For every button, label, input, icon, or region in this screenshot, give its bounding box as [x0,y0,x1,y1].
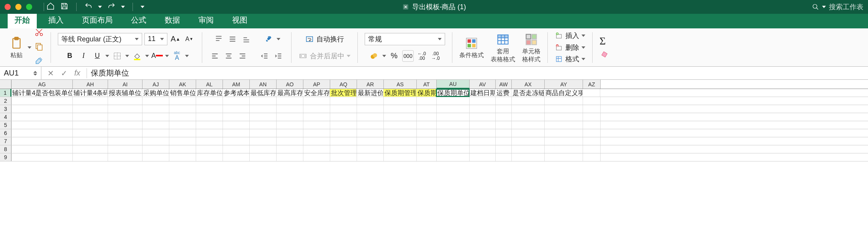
cell-AP9[interactable] [303,153,330,161]
ruby-button[interactable]: abc A [171,50,183,62]
cell-AV8[interactable] [470,145,496,153]
col-header-AX[interactable]: AX [512,80,545,89]
cell-AT7[interactable] [417,137,437,145]
align-center-button[interactable] [223,50,234,62]
cell-AO2[interactable] [277,97,303,105]
col-header-AZ[interactable]: AZ [583,80,601,89]
orientation-caret[interactable] [277,38,280,40]
cell-AU8[interactable] [437,145,470,153]
cell-AK7[interactable] [169,137,196,145]
cell-AP7[interactable] [303,137,330,145]
cell-AN1[interactable]: 最低库存 [249,89,276,97]
search-box[interactable]: 搜索工作表 [812,2,863,12]
maximize-window-button[interactable] [26,4,32,10]
cell-AW7[interactable] [496,137,512,145]
cell-AR8[interactable] [357,145,384,153]
row-header-2[interactable]: 2 [0,97,11,105]
cell-AL2[interactable] [196,97,223,105]
cell-AL1[interactable]: 库存单位 [196,89,223,97]
cell-AS8[interactable] [384,145,417,153]
cell-AV9[interactable] [470,153,496,161]
cell-AX6[interactable] [512,129,545,137]
col-header-AW[interactable]: AW [496,80,512,89]
col-header-AJ[interactable]: AJ [142,80,169,89]
cell-AT4[interactable] [417,113,437,121]
cell-AY9[interactable] [545,153,583,161]
cell-AI9[interactable] [108,153,142,161]
cell-AK2[interactable] [169,97,196,105]
cell-AZ6[interactable] [583,129,601,137]
fill-color-caret[interactable] [145,55,149,57]
paste-button[interactable]: 粘贴 [8,35,25,59]
name-box[interactable]: AU1 [0,67,41,79]
cell-AV1[interactable]: 建档日期 [469,89,495,97]
col-header-AK[interactable]: AK [169,80,196,89]
cell-AQ4[interactable] [330,113,357,121]
cell-AJ2[interactable] [142,97,169,105]
cell-AN3[interactable] [250,105,277,113]
cell-AL9[interactable] [196,153,223,161]
conditional-format-button[interactable]: 条件格式 [459,35,484,59]
col-header-AN[interactable]: AN [250,80,277,89]
increase-indent-button[interactable] [273,50,284,62]
italic-button[interactable]: I [78,50,89,62]
col-header-AL[interactable]: AL [196,80,223,89]
col-header-AO[interactable]: AO [277,80,303,89]
cell-AH1[interactable]: 辅计量4条码 [72,89,108,97]
cell-AZ7[interactable] [583,137,601,145]
cell-styles-button[interactable]: 单元格 格样式 [522,31,540,64]
col-header-AY[interactable]: AY [545,80,583,89]
cell-AR5[interactable] [357,121,384,129]
cell-AT5[interactable] [417,121,437,129]
font-color-caret[interactable] [165,55,169,57]
cell-AS6[interactable] [384,129,417,137]
select-all-corner[interactable] [0,80,11,89]
col-header-AU[interactable]: AU [437,80,470,89]
cell-AG3[interactable] [11,105,73,113]
cell-AR3[interactable] [357,105,384,113]
cell-AO6[interactable] [277,129,303,137]
font-color-button[interactable]: A [151,50,163,62]
cell-AM7[interactable] [223,137,250,145]
cell-AJ3[interactable] [142,105,169,113]
cell-AU9[interactable] [437,153,470,161]
row-header-5[interactable]: 5 [0,121,11,129]
row-header-7[interactable]: 7 [0,137,11,145]
cell-AV2[interactable] [470,97,496,105]
cell-AH4[interactable] [73,113,108,121]
cell-AR6[interactable] [357,129,384,137]
col-header-AV[interactable]: AV [470,80,496,89]
font-name-combo[interactable]: 等线 Regular (正文) [58,33,142,45]
cell-AY5[interactable] [545,121,583,129]
col-header-AI[interactable]: AI [108,80,142,89]
align-left-button[interactable] [209,50,221,62]
tab-data[interactable]: 数据 [158,12,187,28]
cell-AP1[interactable]: 安全库存 [303,89,330,97]
cell-AS9[interactable] [384,153,417,161]
cell-AV6[interactable] [470,129,496,137]
cell-AM1[interactable]: 参考成本 [223,89,249,97]
cell-AP6[interactable] [303,129,330,137]
cell-AK1[interactable]: 销售单位 [169,89,196,97]
cell-AI1[interactable]: 报表辅单位 [108,89,142,97]
cell-AM8[interactable] [223,145,250,153]
cell-AN9[interactable] [250,153,277,161]
shrink-font-button[interactable]: A▼ [183,33,195,45]
cell-AP2[interactable] [303,97,330,105]
tab-start[interactable]: 开始 [8,12,37,28]
col-header-AM[interactable]: AM [223,80,250,89]
cell-AW4[interactable] [496,113,512,121]
cell-AP4[interactable] [303,113,330,121]
cell-AZ4[interactable] [583,113,601,121]
redo-icon[interactable] [107,2,116,12]
cell-AJ9[interactable] [142,153,169,161]
cell-AY8[interactable] [545,145,583,153]
cell-AX1[interactable]: 是否走冻链 [511,89,544,97]
row-header-4[interactable]: 4 [0,113,11,121]
accounting-caret[interactable] [382,55,386,57]
align-bottom-button[interactable] [241,33,252,45]
cell-AW1[interactable]: 运费 [495,89,511,97]
cell-AY7[interactable] [545,137,583,145]
align-middle-button[interactable] [227,33,238,45]
cell-AM9[interactable] [223,153,250,161]
